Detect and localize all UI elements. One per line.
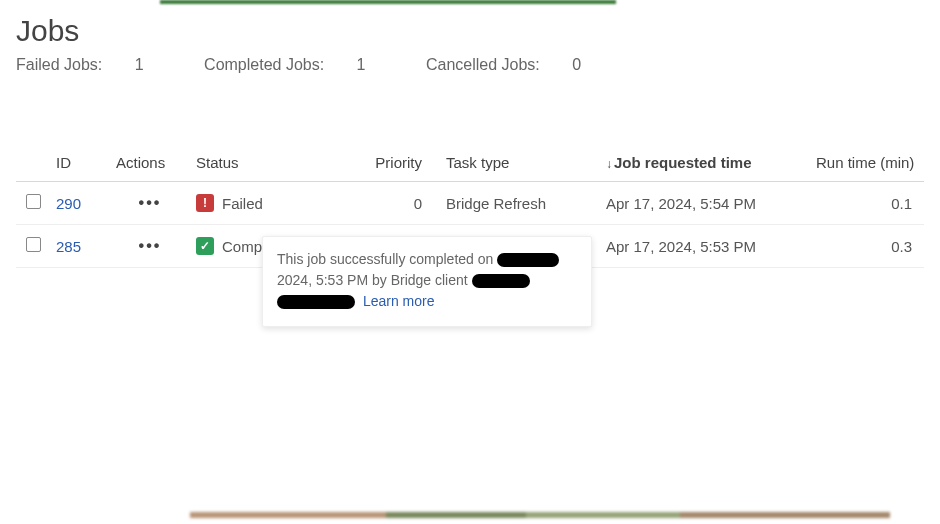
alert-icon: ! bbox=[196, 194, 214, 212]
row-checkbox[interactable] bbox=[26, 237, 41, 252]
redacted-text bbox=[472, 274, 530, 288]
completed-jobs-label: Completed Jobs: bbox=[204, 56, 324, 73]
col-header-requested-time[interactable]: ↓Job requested time bbox=[600, 144, 810, 182]
col-header-runtime[interactable]: Run time (min) bbox=[810, 144, 924, 182]
redacted-text bbox=[277, 295, 355, 309]
actions-menu-button[interactable]: ••• bbox=[139, 237, 162, 254]
job-id-link[interactable]: 290 bbox=[56, 195, 81, 212]
col-header-actions[interactable]: Actions bbox=[110, 144, 190, 182]
status-label: Failed bbox=[222, 195, 263, 212]
learn-more-link[interactable]: Learn more bbox=[363, 293, 435, 309]
failed-jobs-count: 1 bbox=[135, 56, 144, 73]
redacted-text bbox=[497, 253, 559, 267]
cancelled-jobs-count: 0 bbox=[572, 56, 581, 73]
runtime-value: 0.1 bbox=[810, 182, 924, 225]
status-tooltip: This job successfully completed on 2024,… bbox=[262, 236, 592, 327]
table-row: 290 ••• ! Failed 0 Bridge Refresh Apr 17… bbox=[16, 182, 924, 225]
status-label: Completed bbox=[222, 238, 262, 255]
failed-jobs-label: Failed Jobs: bbox=[16, 56, 102, 73]
sort-descending-icon: ↓ bbox=[606, 157, 612, 171]
requested-time-value: Apr 17, 2024, 5:53 PM bbox=[600, 225, 810, 268]
col-header-priority[interactable]: Priority bbox=[350, 144, 440, 182]
runtime-value: 0.3 bbox=[810, 225, 924, 268]
tooltip-text: 2024, 5:53 PM by Bridge client bbox=[277, 272, 468, 288]
actions-menu-button[interactable]: ••• bbox=[139, 194, 162, 211]
task-type-value: Bridge Refresh bbox=[440, 182, 600, 225]
check-icon: ✓ bbox=[196, 237, 214, 255]
tooltip-text: This job successfully completed on bbox=[277, 251, 493, 267]
top-accent-bar bbox=[160, 0, 920, 4]
cancelled-jobs-label: Cancelled Jobs: bbox=[426, 56, 540, 73]
col-header-task-type[interactable]: Task type bbox=[440, 144, 600, 182]
bottom-accent-bar bbox=[190, 512, 890, 518]
jobs-summary: Failed Jobs: 1 Completed Jobs: 1 Cancell… bbox=[16, 56, 924, 74]
priority-value: 0 bbox=[350, 182, 440, 225]
col-header-status[interactable]: Status bbox=[190, 144, 350, 182]
completed-jobs-count: 1 bbox=[357, 56, 366, 73]
requested-time-value: Apr 17, 2024, 5:54 PM bbox=[600, 182, 810, 225]
page-title: Jobs bbox=[16, 14, 924, 48]
job-id-link[interactable]: 285 bbox=[56, 238, 81, 255]
row-checkbox[interactable] bbox=[26, 194, 41, 209]
col-header-id[interactable]: ID bbox=[50, 144, 110, 182]
